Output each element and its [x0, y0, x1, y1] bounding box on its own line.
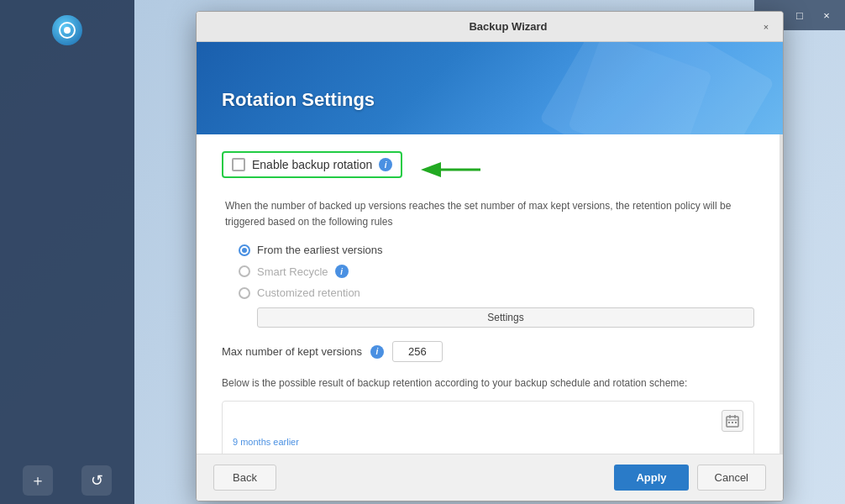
window-controls: × [759, 20, 773, 34]
timeline-header [233, 410, 743, 432]
timeline-container: 9 months earlier [222, 401, 754, 454]
rotation-description: When the number of backed up versions re… [222, 198, 754, 230]
window-title: Backup Wizard [257, 20, 759, 33]
window-close-button[interactable]: × [759, 20, 773, 34]
arrow-container [417, 158, 485, 181]
svg-rect-8 [728, 422, 730, 423]
svg-rect-10 [735, 422, 737, 423]
desktop: ─ □ × ＋ ↺ Backup Wizard × [0, 0, 845, 504]
dialog-body: Enable backup rotation i [197, 134, 783, 454]
backup-wizard-window: Backup Wizard × Rotation Settings Enable… [196, 11, 784, 501]
timeline-months-label: 9 months earlier [233, 437, 743, 447]
radio-group: From the earliest versions Smart Recycle… [222, 244, 754, 328]
enable-rotation-label: Enable backup rotation [252, 158, 372, 171]
radio-customized[interactable] [239, 287, 250, 299]
radio-row-custom: Customized retention [239, 286, 754, 299]
calendar-icon-button[interactable] [722, 410, 743, 432]
dialog-header: Rotation Settings [197, 42, 783, 134]
radio-earliest-label: From the earliest versions [257, 244, 383, 256]
enable-rotation-info-icon[interactable]: i [379, 158, 392, 171]
dialog-header-title: Rotation Settings [222, 89, 375, 111]
timeline-track [233, 450, 743, 454]
history-icon[interactable]: ↺ [81, 465, 112, 496]
radio-smart-label: Smart Recycle [257, 265, 328, 278]
footer-right-buttons: Apply Cancel [614, 465, 766, 491]
svg-rect-9 [732, 422, 733, 423]
window-overlay: Backup Wizard × Rotation Settings Enable… [134, 8, 845, 504]
taskbar: ＋ ↺ [0, 0, 134, 504]
green-arrow-svg [417, 158, 485, 181]
max-versions-input[interactable] [392, 341, 443, 362]
app-logo [52, 15, 82, 45]
cancel-button[interactable]: Cancel [697, 465, 766, 491]
max-versions-label: Max number of kept versions [222, 345, 362, 358]
max-versions-info-icon[interactable]: i [370, 345, 384, 359]
add-icon[interactable]: ＋ [23, 465, 53, 496]
enable-rotation-box: Enable backup rotation i [222, 151, 402, 178]
enable-rotation-checkbox[interactable] [232, 158, 245, 171]
settings-button[interactable]: Settings [257, 307, 754, 328]
back-button[interactable]: Back [213, 465, 276, 491]
radio-from-earliest[interactable] [239, 244, 250, 256]
taskbar-bottom-controls: ＋ ↺ [0, 465, 134, 496]
radio-row-earliest: From the earliest versions [239, 244, 754, 256]
radio-smart-recycle[interactable] [239, 265, 250, 277]
radio-custom-label: Customized retention [257, 286, 360, 299]
smart-recycle-info-icon[interactable]: i [335, 265, 349, 278]
window-titlebar: Backup Wizard × [197, 12, 783, 42]
below-text: Below is the possible result of backup r… [222, 375, 754, 391]
max-versions-row: Max number of kept versions i [222, 341, 754, 362]
apply-button[interactable]: Apply [614, 465, 688, 491]
radio-row-smart: Smart Recycle i [239, 265, 754, 278]
svg-point-1 [64, 27, 71, 34]
dialog-footer: Back Apply Cancel [197, 454, 783, 501]
